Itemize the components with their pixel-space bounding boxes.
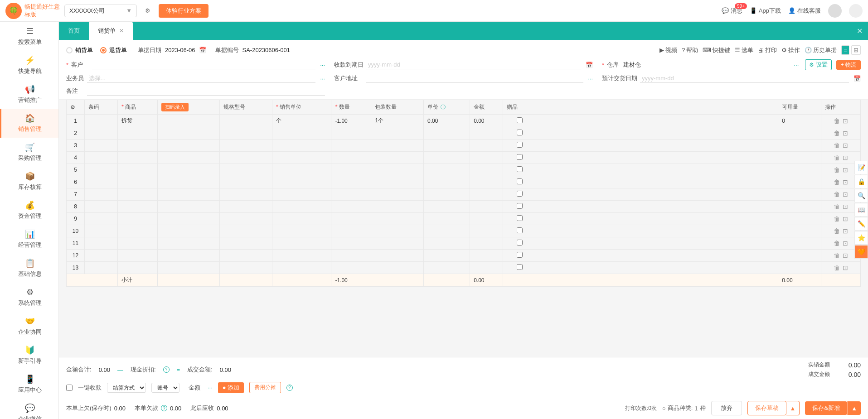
gift-checkbox-9[interactable] bbox=[517, 215, 523, 221]
salesperson-more-icon[interactable]: ··· bbox=[320, 75, 325, 82]
history-btn[interactable]: 🕐 历史单据 bbox=[805, 46, 837, 54]
gift-checkbox-12[interactable] bbox=[517, 252, 523, 258]
copy-icon-4[interactable]: ⊡ bbox=[843, 154, 848, 161]
expense-btn[interactable]: 费用分摊 bbox=[249, 382, 281, 393]
operation-btn[interactable]: ⚙ 操作 bbox=[781, 46, 800, 54]
expected-delivery-input[interactable] bbox=[640, 74, 849, 83]
delivery-calendar-icon[interactable]: 📅 bbox=[853, 75, 861, 82]
delete-icon-3[interactable]: 🗑 bbox=[834, 142, 840, 149]
sidebar-item-app-center[interactable]: 📱 应用中心 bbox=[0, 370, 58, 399]
receive-date-input[interactable] bbox=[366, 60, 581, 69]
float-btn-5[interactable]: ✏️ bbox=[854, 217, 868, 231]
sidebar-item-marketing[interactable]: 📢 营销推广 bbox=[0, 80, 58, 109]
delete-icon-10[interactable]: 🗑 bbox=[834, 227, 840, 235]
trial-btn[interactable]: 体验行业方案 bbox=[159, 4, 209, 18]
gift-checkbox-7[interactable] bbox=[517, 191, 523, 197]
gift-checkbox-3[interactable] bbox=[517, 142, 523, 148]
cash-discount-question-icon[interactable]: ? bbox=[163, 366, 170, 373]
gift-checkbox-2[interactable] bbox=[517, 130, 523, 135]
copy-icon-7[interactable]: ⊡ bbox=[843, 191, 848, 198]
receive-date-calendar-icon[interactable]: 📅 bbox=[586, 62, 593, 68]
company-selector[interactable]: XXXXXX公司 ▼ bbox=[64, 5, 137, 17]
customer-more-icon[interactable]: ··· bbox=[320, 62, 325, 68]
logistics-btn[interactable]: + 物流 bbox=[836, 60, 861, 70]
customer-address-input[interactable] bbox=[366, 74, 583, 83]
grid-view-icon[interactable]: ⊞ bbox=[851, 45, 861, 55]
gift-checkbox-1[interactable] bbox=[517, 117, 523, 123]
float-btn-3[interactable]: 🔍 bbox=[854, 189, 868, 202]
sidebar-item-inventory[interactable]: 📦 库存核算 bbox=[0, 167, 58, 196]
one-key-payment-checkbox[interactable] bbox=[66, 385, 73, 391]
gift-checkbox-6[interactable] bbox=[517, 178, 523, 184]
col-settings[interactable]: ⚙ bbox=[67, 100, 85, 115]
save-draft-dropdown-btn[interactable]: ▲ bbox=[786, 401, 800, 415]
message-btn[interactable]: 💬 消息 99+ bbox=[722, 7, 742, 15]
owed-question-icon[interactable]: ? bbox=[161, 405, 167, 411]
delete-icon-13[interactable]: 🗑 bbox=[834, 264, 840, 271]
sidebar-item-system[interactable]: ⚙ 系统管理 bbox=[0, 283, 58, 312]
list-view-icon[interactable]: ≡ bbox=[841, 45, 849, 55]
radio-sales[interactable]: 销货单 bbox=[66, 46, 93, 54]
copy-icon-11[interactable]: ⊡ bbox=[843, 240, 848, 247]
gift-checkbox-5[interactable] bbox=[517, 166, 523, 172]
abandon-btn[interactable]: 放弃 bbox=[711, 401, 742, 415]
product-type-selector[interactable]: ○ 商品种类: 1 种 bbox=[662, 404, 706, 412]
float-btn-2[interactable]: 🔒 bbox=[854, 175, 868, 188]
copy-icon-6[interactable]: ⊡ bbox=[843, 178, 848, 186]
settings-icon-btn[interactable]: ⚙ bbox=[141, 4, 155, 18]
sidebar-item-purchase[interactable]: 🛒 采购管理 bbox=[0, 138, 58, 167]
save-draft-btn[interactable]: 保存草稿 bbox=[747, 401, 786, 415]
delete-icon-11[interactable]: 🗑 bbox=[834, 240, 840, 247]
float-btn-6[interactable]: ⭐ bbox=[854, 231, 868, 245]
remark-input[interactable] bbox=[87, 87, 325, 96]
sidebar-item-sales[interactable]: 🏠 销售管理 bbox=[0, 109, 58, 138]
delete-icon-7[interactable]: 🗑 bbox=[834, 191, 840, 198]
shortcut-btn[interactable]: ⌨ 快捷键 bbox=[703, 46, 730, 54]
gift-checkbox-11[interactable] bbox=[517, 240, 523, 246]
sidebar-item-enterprise[interactable]: 🤝 企业协同 bbox=[0, 312, 58, 341]
select-btn[interactable]: ☰ 选单 bbox=[735, 46, 753, 54]
tab-bar-close[interactable]: ✕ bbox=[857, 27, 868, 35]
gift-checkbox-8[interactable] bbox=[517, 203, 523, 209]
sidebar-item-quick-nav[interactable]: ⚡ 快捷导航 bbox=[0, 51, 58, 80]
date-calendar-icon[interactable]: 📅 bbox=[199, 47, 206, 53]
radio-return[interactable]: 退货单 bbox=[100, 46, 127, 54]
copy-icon-8[interactable]: ⊡ bbox=[843, 203, 848, 210]
customer-input[interactable] bbox=[92, 60, 315, 69]
add-btn[interactable]: ● 添加 bbox=[218, 382, 244, 393]
copy-icon-10[interactable]: ⊡ bbox=[843, 227, 848, 235]
copy-icon-1[interactable]: ⊡ bbox=[843, 117, 848, 125]
expense-question-icon[interactable]: ? bbox=[286, 385, 293, 391]
help-btn[interactable]: ? 帮助 bbox=[682, 46, 698, 54]
save-new-dropdown-btn[interactable]: ▲ bbox=[847, 401, 861, 415]
save-new-btn[interactable]: 保存&新增 bbox=[805, 401, 847, 415]
float-btn-1[interactable]: 📝 bbox=[854, 161, 868, 174]
settings-btn[interactable]: ⚙ 设置 bbox=[805, 59, 831, 70]
copy-icon-12[interactable]: ⊡ bbox=[843, 252, 848, 259]
settlement-method-select[interactable]: 结算方式 bbox=[107, 383, 146, 393]
sidebar-item-search[interactable]: ☰ 搜索菜单 bbox=[0, 22, 58, 51]
delete-icon-12[interactable]: 🗑 bbox=[834, 252, 840, 259]
float-btn-4[interactable]: 📖 bbox=[854, 203, 868, 217]
salesperson-input[interactable] bbox=[87, 74, 315, 83]
gift-checkbox-4[interactable] bbox=[517, 154, 523, 160]
copy-icon-9[interactable]: ⊡ bbox=[843, 215, 848, 222]
amount-more-icon[interactable]: ··· bbox=[208, 384, 213, 391]
sidebar-item-wechat[interactable]: 💬 企业微信 bbox=[0, 399, 58, 419]
delete-icon-1[interactable]: 🗑 bbox=[834, 117, 840, 125]
delete-icon-4[interactable]: 🗑 bbox=[834, 154, 840, 161]
warehouse-more-icon[interactable]: ··· bbox=[794, 62, 799, 68]
gift-checkbox-10[interactable] bbox=[517, 227, 523, 233]
print-btn[interactable]: 🖨 打印 bbox=[758, 46, 777, 54]
copy-icon-3[interactable]: ⊡ bbox=[843, 142, 848, 149]
delete-icon-9[interactable]: 🗑 bbox=[834, 215, 840, 222]
online-service-btn[interactable]: 👤 在线客服 bbox=[788, 7, 821, 15]
unit-price-info-icon[interactable]: ⓘ bbox=[441, 104, 446, 110]
sidebar-item-basic-info[interactable]: 📋 基础信息 bbox=[0, 254, 58, 283]
delete-icon-8[interactable]: 🗑 bbox=[834, 203, 840, 210]
avatar[interactable] bbox=[828, 4, 842, 18]
sidebar-item-operations[interactable]: 📊 经营管理 bbox=[0, 225, 58, 254]
customer-address-more-icon[interactable]: ··· bbox=[588, 75, 593, 82]
copy-icon-5[interactable]: ⊡ bbox=[843, 166, 848, 173]
tab-home[interactable]: 首页 bbox=[59, 22, 89, 40]
